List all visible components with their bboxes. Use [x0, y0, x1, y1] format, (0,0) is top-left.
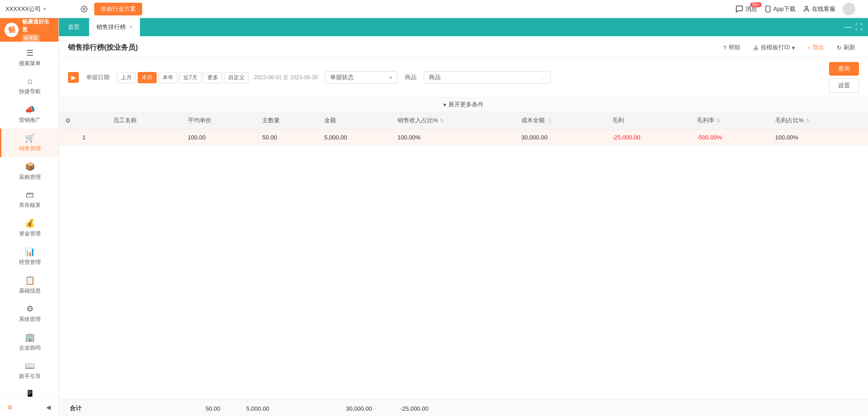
- date-btn-current-year[interactable]: 本年: [158, 72, 177, 83]
- date-btn-current-month[interactable]: 本月: [138, 72, 157, 83]
- date-btn-more[interactable]: 更多: [203, 72, 222, 83]
- sidebar-item-basic-info[interactable]: 📋 基础信息: [0, 271, 58, 299]
- sort-gross-rate-icon[interactable]: ⇅: [716, 118, 720, 123]
- svg-point-0: [83, 8, 85, 10]
- row-gross-rate: -500.00%: [691, 129, 770, 146]
- cost-amount-info-icon[interactable]: ⓘ: [547, 118, 552, 123]
- settings-gear-button[interactable]: [78, 3, 91, 15]
- tab-home-label: 首页: [68, 23, 80, 31]
- footer-main-qty: 50.00: [200, 405, 241, 412]
- sidebar-item-enterprise[interactable]: 🏢 企业协同: [0, 328, 58, 356]
- expand-conditions-button[interactable]: ▾ 展开更多条件: [443, 101, 484, 109]
- tab-sales-ranking-label: 销售排行榜: [96, 23, 126, 31]
- sort-sales-ratio-icon[interactable]: ⇅: [440, 118, 444, 123]
- table-container: ⚙ 员工名称 平均单价 主数量 金额 销售收入占比% ⇅ 成本全额: [59, 112, 868, 399]
- col-amount: 金额: [319, 112, 392, 129]
- sidebar-item-finance[interactable]: 💰 资金管理: [0, 214, 58, 242]
- date-filter-label: 单据日期: [86, 73, 110, 81]
- sidebar-item-search-order[interactable]: ☰ 搜索菜单: [0, 43, 58, 72]
- date-btn-last-month[interactable]: 上月: [117, 72, 136, 83]
- sidebar-item-quick-nav[interactable]: ⌂ 快捷导航: [0, 72, 58, 100]
- tab-minimize-button[interactable]: —: [844, 23, 852, 31]
- col-name: 员工名称: [108, 112, 182, 129]
- query-button[interactable]: 查询: [829, 62, 859, 76]
- company-name: XXXXXX公司: [5, 5, 41, 13]
- col-main-qty: 主数量: [257, 112, 319, 129]
- avatar[interactable]: [843, 3, 855, 15]
- app-download-button[interactable]: App下载: [764, 5, 796, 13]
- export-button[interactable]: ↑ 导出: [804, 42, 828, 53]
- status-chevron-icon: ▾: [389, 74, 393, 81]
- system-icon: ⚙: [26, 304, 34, 314]
- sidebar-item-sales[interactable]: 🛒 销售管理: [0, 129, 58, 157]
- sidebar-label-operations: 经营管理: [19, 259, 41, 266]
- goods-more-icon[interactable]: ...: [541, 74, 546, 81]
- sidebar-item-operations[interactable]: 📊 经营管理: [0, 242, 58, 271]
- help-button[interactable]: ? 帮助: [719, 42, 743, 53]
- sidebar-item-guide[interactable]: 📖 新手引导: [0, 356, 58, 385]
- message-button[interactable]: 消息 99+: [735, 5, 757, 13]
- message-badge: 99+: [750, 2, 762, 7]
- sort-gross-ratio-icon[interactable]: ⇅: [806, 118, 810, 123]
- row-settings-cell: [59, 129, 77, 146]
- print-icon: 🖨: [753, 44, 759, 51]
- trial-button[interactable]: 体验行业方案: [94, 3, 142, 15]
- footer-gross-profit: -25,000.00: [395, 405, 449, 412]
- table-header-row: ⚙ 员工名称 平均单价 主数量 金额 销售收入占比% ⇅ 成本全额: [59, 112, 868, 129]
- sidebar-item-inventory[interactable]: 🗃 库存核算: [0, 186, 58, 214]
- svg-rect-1: [766, 6, 770, 12]
- row-name: [108, 129, 182, 146]
- sidebar-collapse-button[interactable]: ◀: [42, 401, 55, 413]
- tab-close-icon[interactable]: ×: [129, 24, 133, 30]
- expand-bar: ▾ 展开更多条件: [59, 98, 868, 112]
- row-rank: 1: [77, 129, 108, 146]
- sidebar-item-app-center[interactable]: 📱 应用中心: [0, 385, 58, 397]
- sidebar-item-purchase[interactable]: 📦 采购管理: [0, 157, 58, 186]
- app-download-label: App下载: [773, 5, 796, 13]
- logo-text: 畅康通好生意 标准版: [22, 18, 54, 42]
- page-header: 销售排行榜(按业务员) ? 帮助 🖨 按模板打印 ▾ ↑ 导出: [59, 36, 868, 58]
- sidebar-label-guide: 新手引导: [19, 373, 41, 380]
- filter-actions: 查询 设置: [820, 62, 859, 93]
- date-btn-custom[interactable]: 自定义: [224, 72, 249, 83]
- status-filter-label: 单据状态: [330, 73, 354, 81]
- quick-nav-icon: ⌂: [28, 77, 33, 86]
- settings-side-button[interactable]: 设置: [829, 78, 859, 93]
- goods-filter-label: 商品: [405, 73, 417, 81]
- tab-fullscreen-button[interactable]: ⛶: [855, 23, 863, 31]
- row-amount: 5,000.00: [319, 129, 392, 146]
- sidebar-label-marketing: 营销推广: [19, 116, 41, 124]
- template-print-button[interactable]: 🖨 按模板打印 ▾: [749, 42, 799, 53]
- status-filter[interactable]: 单据状态 ▾: [325, 71, 398, 84]
- tab-sales-ranking[interactable]: 销售排行榜 ×: [89, 18, 140, 36]
- company-selector[interactable]: XXXXXX公司 ▾: [5, 5, 78, 13]
- header-right: 消息 99+ App下载 在线客服: [735, 3, 863, 15]
- refresh-button[interactable]: ↻ 刷新: [833, 42, 859, 53]
- logo-icon: 畅: [5, 23, 19, 37]
- footer-amount: 5,000.00: [241, 405, 286, 412]
- tab-bar-right: — ⛶: [844, 18, 868, 36]
- table-footer: 合计 50.00 5,000.00 30,000.00 -25,000.00: [59, 399, 868, 417]
- sales-icon: 🛒: [25, 133, 35, 143]
- sidebar-item-system[interactable]: ⚙ 系统管理: [0, 299, 58, 328]
- sidebar-settings-button[interactable]: ⚙: [4, 401, 16, 413]
- filter-arrow-toggle[interactable]: ▶: [68, 72, 79, 83]
- goods-filter[interactable]: 商品 ...: [424, 71, 551, 84]
- sidebar-label-system: 系统管理: [19, 316, 41, 323]
- purchase-icon: 📦: [25, 162, 35, 172]
- content-area: 首页 销售排行榜 × — ⛶ 销售排行榜(按业务员) ? 帮助: [59, 18, 868, 417]
- online-service-button[interactable]: 在线客服: [803, 5, 835, 13]
- col-settings[interactable]: ⚙: [59, 112, 77, 129]
- sidebar-label-sales: 销售管理: [19, 145, 41, 153]
- sidebar-item-marketing[interactable]: 📣 营销推广: [0, 100, 58, 129]
- operations-icon: 📊: [25, 247, 35, 257]
- help-icon: ?: [723, 44, 726, 51]
- sidebar-bottom: ⚙ ◀: [0, 397, 58, 417]
- filter-bar: ▶ 单据日期 上月 本月 本年 近7天 更多 自定义 2023-06-01 至 …: [59, 58, 868, 98]
- sidebar-label-inventory: 库存核算: [19, 201, 41, 209]
- sidebar-label-search-order: 搜索菜单: [19, 60, 41, 67]
- sidebar-label-basic-info: 基础信息: [19, 287, 41, 295]
- date-btn-last-7-days[interactable]: 近7天: [179, 72, 201, 83]
- export-icon: ↑: [808, 44, 811, 51]
- tab-home[interactable]: 首页: [59, 18, 89, 36]
